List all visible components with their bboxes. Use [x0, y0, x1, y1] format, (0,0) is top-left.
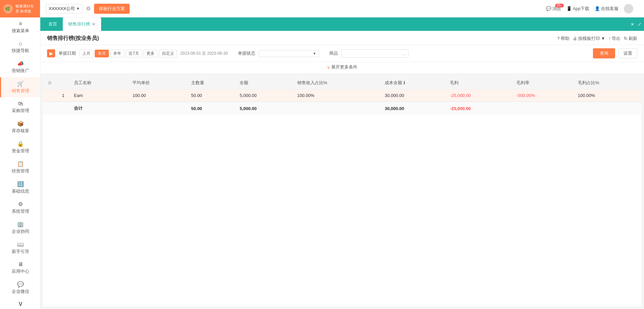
- sidebar-item-label: 销售管理: [12, 88, 29, 94]
- print-button[interactable]: 🖨 按模板打印 ▼: [573, 36, 605, 42]
- date-more-btn[interactable]: 更多: [143, 50, 158, 57]
- sidebar-item-label: 营销推广: [12, 68, 29, 74]
- filter-bar: ▶ 单据日期 上月 本月 本年 近7天 更多 自定义 2023-06-01 至 …: [40, 45, 644, 62]
- sidebar-item-marketing[interactable]: 📣 营销推广: [0, 57, 40, 77]
- sidebar-item-guide[interactable]: 📖 新手引导: [0, 238, 40, 258]
- col-gross: 毛利: [446, 76, 512, 90]
- query-button[interactable]: 查询: [593, 48, 615, 58]
- sidebar-item-label: 新手引导: [12, 249, 29, 255]
- status-label: 单据状态: [238, 50, 255, 56]
- cell-settings: [43, 90, 56, 102]
- col-settings[interactable]: ⚙: [43, 76, 56, 90]
- filter-collapse-button[interactable]: ▶: [47, 49, 55, 57]
- export-button[interactable]: ↑ 导出: [609, 36, 621, 42]
- sidebar-item-label: 快捷导航: [12, 48, 29, 54]
- col-gross-pct: 毛利占比%: [574, 76, 641, 90]
- guide-icon: 📖: [17, 241, 24, 248]
- enterprise-icon: 🏢: [17, 221, 24, 227]
- footer-amount: 5,000.00: [235, 102, 293, 115]
- basic-icon: 🔢: [17, 181, 24, 187]
- footer-rank: [56, 102, 70, 115]
- sidebar-item-quicknav[interactable]: ⌂ 快捷导航: [0, 37, 40, 57]
- message-badge: 99+: [555, 4, 564, 7]
- sidebar-item-member[interactable]: V 畅会员: [0, 298, 40, 309]
- company-selector[interactable]: XXXXXX公司 ▼: [46, 4, 83, 13]
- tab-close-icon[interactable]: ✕: [92, 22, 95, 27]
- cell-gross-pct: 100.00%: [574, 90, 641, 102]
- settings-button[interactable]: 设置: [618, 48, 637, 58]
- tab-sales-rank[interactable]: 销售排行榜 ✕: [63, 17, 101, 31]
- col-gross-rate: 毛利率: [512, 76, 574, 90]
- cell-gross: -25,000.00: [446, 90, 512, 102]
- window-close-icon[interactable]: ✕: [631, 22, 634, 27]
- date-custom-btn[interactable]: 自定义: [159, 50, 177, 57]
- message-button[interactable]: 💬 消息 99+: [546, 6, 561, 12]
- goods-input[interactable]: ...: [341, 49, 409, 58]
- sidebar-item-label: 基础信息: [12, 188, 29, 194]
- user-avatar[interactable]: [624, 4, 633, 13]
- company-name: XXXXXX公司: [49, 6, 75, 12]
- sales-icon: 🛒: [17, 81, 24, 87]
- col-qty: 主数量: [187, 76, 236, 90]
- service-icon: 👤: [595, 6, 600, 11]
- table-row: 1 Eam 100.00 50.00 5,000.00 100.00% 30,0…: [43, 90, 641, 102]
- footer-avg: [128, 102, 187, 115]
- settings-icon: ⚙: [48, 80, 52, 86]
- tab-home[interactable]: 首页: [43, 17, 63, 31]
- settings-icon[interactable]: ⚙: [86, 5, 91, 12]
- sidebar-item-wechat[interactable]: 💬 企业微信: [0, 278, 40, 298]
- message-icon: 💬: [546, 6, 551, 11]
- page-title: 销售排行榜(按业务员): [47, 35, 99, 42]
- sidebar-item-operations[interactable]: 📋 经营管理: [0, 157, 40, 177]
- expand-more-button[interactable]: ∨ 展开更多条件: [327, 64, 357, 70]
- svg-text:🌿: 🌿: [5, 6, 10, 12]
- footer-gross-pct: [574, 102, 641, 115]
- sidebar-item-basic[interactable]: 🔢 基础信息: [0, 177, 40, 198]
- sidebar-item-search[interactable]: ≡ 搜索菜单: [0, 17, 40, 37]
- sidebar-item-finance[interactable]: 🔒 资金管理: [0, 137, 40, 157]
- sidebar-item-label: 库存核算: [12, 128, 29, 134]
- marketing-icon: 📣: [17, 60, 24, 67]
- app-download-button[interactable]: 📱 App下载: [566, 6, 589, 12]
- online-service-button[interactable]: 👤 在线客服: [595, 6, 618, 12]
- col-amount: 全额: [235, 76, 293, 90]
- chevron-status-icon: ▼: [313, 52, 316, 55]
- sidebar-item-system[interactable]: ⚙ 系统管理: [0, 198, 40, 218]
- page-header: 销售排行榜(按业务员) ? 帮助 🖨 按模板打印 ▼ ↑ 导出 ↻ 刷新: [40, 31, 644, 45]
- sidebar-item-label: 系统管理: [12, 208, 29, 214]
- chevron-down-icon: ▼: [76, 7, 80, 10]
- help-button[interactable]: ? 帮助: [557, 36, 569, 42]
- sidebar-item-label: 经营管理: [12, 168, 29, 174]
- status-select[interactable]: ▼: [259, 50, 319, 57]
- cell-gross-rate: -500.00%: [512, 90, 574, 102]
- sidebar-item-purchase[interactable]: 🛍 采购管理: [0, 97, 40, 117]
- table-footer-row: 合计 50.00 5,000.00 30,000.00 -25,000.00: [43, 102, 641, 115]
- cell-sales-pct: 100.00%: [293, 90, 381, 102]
- tab-sales-rank-label: 销售排行榜: [68, 21, 90, 27]
- sidebar: 🌿 畅康通好生意 标准版 ≡ 搜索菜单 ⌂ 快捷导航 📣 营销推广 🛒 销售管理…: [0, 0, 40, 309]
- date-label: 单据日期: [58, 50, 76, 56]
- help-icon: ?: [557, 36, 559, 41]
- date-year-btn[interactable]: 本年: [110, 50, 124, 57]
- footer-cost: 30,000.00: [381, 102, 446, 115]
- cell-cost: 30,000.00: [381, 90, 446, 102]
- date-options: 上月 本月 本年 近7天 更多 自定义: [79, 50, 177, 57]
- refresh-button[interactable]: ↻ 刷新: [624, 36, 637, 42]
- sidebar-item-inventory[interactable]: 📦 库存核算: [0, 117, 40, 137]
- date-7days-btn[interactable]: 近7天: [126, 50, 142, 57]
- date-range-display: 2023-06-01 至 2023-06-30: [180, 51, 228, 56]
- sidebar-item-label: 应用中心: [12, 268, 29, 274]
- sidebar-item-sales[interactable]: 🛒 销售管理: [0, 77, 40, 97]
- cell-qty: 50.00: [187, 90, 236, 102]
- trial-button[interactable]: 体验行业方案: [94, 4, 130, 14]
- cell-rank: 1: [56, 90, 70, 102]
- content-area: 销售排行榜(按业务员) ? 帮助 🖨 按模板打印 ▼ ↑ 导出 ↻ 刷新: [40, 31, 644, 309]
- sidebar-item-appcenter[interactable]: 🖥 应用中心: [0, 258, 40, 278]
- sidebar-item-enterprise[interactable]: 🏢 企业协同: [0, 218, 40, 238]
- sidebar-item-label: 采购管理: [12, 108, 29, 114]
- cell-amount: 5,000.00: [235, 90, 293, 102]
- date-prev-month-btn[interactable]: 上月: [79, 50, 93, 57]
- date-current-month-btn[interactable]: 本月: [95, 50, 109, 57]
- cell-avg-price: 100.00: [128, 90, 187, 102]
- window-expand-icon[interactable]: ⤢: [638, 22, 641, 27]
